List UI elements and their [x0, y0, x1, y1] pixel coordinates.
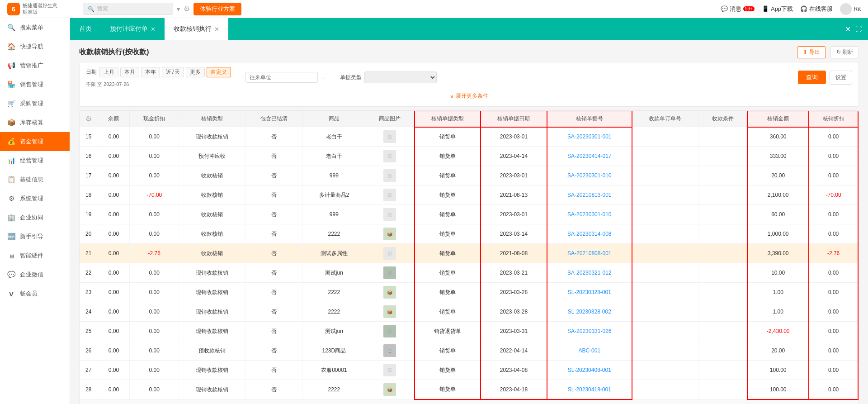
cell-write-off-type: 收款核销	[179, 166, 245, 185]
sidebar-item-sales[interactable]: 🏪 销售管理	[0, 75, 70, 94]
bill-no-link[interactable]: SA-20230331-026	[567, 328, 611, 334]
cell-id: 15	[80, 127, 98, 147]
source-unit-input[interactable]	[245, 72, 318, 83]
cell-id: 25	[80, 322, 98, 341]
query-btn[interactable]: 查询	[798, 71, 826, 84]
setting-btn[interactable]: 设置	[830, 71, 852, 85]
sidebar-item-marketing[interactable]: 📢 营销推广	[0, 56, 70, 75]
gear-icon[interactable]: ⚙	[84, 114, 93, 123]
cell-write-off-type: 预付冲应收	[179, 147, 245, 166]
guide-icon: 🆕	[7, 233, 15, 241]
bill-no-link[interactable]: SL-20230328-002	[568, 309, 611, 315]
operations-icon: 📊	[7, 157, 15, 165]
sidebar-item-inventory[interactable]: 📦 库存核算	[0, 113, 70, 132]
cell-balance: 0.00	[98, 302, 130, 322]
date-btn-this-year[interactable]: 本年	[141, 67, 160, 77]
cell-write-off-amount: 100.00	[747, 380, 809, 399]
cell-write-off-discount: 0.00	[809, 263, 858, 283]
sidebar-item-quick-nav[interactable]: 🏠 快捷导航	[0, 37, 70, 56]
sidebar-item-enterprise[interactable]: 🏢 企业协同	[0, 208, 70, 227]
tab-write-off[interactable]: 收款核销执行 ✕	[165, 18, 228, 40]
messages-item[interactable]: 💬 消息 99+	[721, 5, 755, 13]
sidebar-item-hardware[interactable]: 🖥 智能硬件	[0, 246, 70, 265]
sidebar-item-system[interactable]: ⚙ 系统管理	[0, 189, 70, 208]
cell-receipt-order-no	[632, 263, 698, 283]
cell-receipt-order-no	[632, 244, 698, 263]
date-btn-last-month[interactable]: 上月	[99, 67, 118, 77]
close-window-icon[interactable]: ✕	[845, 25, 851, 33]
date-btn-this-month[interactable]: 本月	[120, 67, 139, 77]
cell-receipt-condition	[698, 263, 747, 283]
sidebar-item-label: 企业协同	[20, 214, 43, 222]
sidebar-item-search-menu[interactable]: 🔍 搜索菜单	[0, 18, 70, 37]
sidebar-item-purchase[interactable]: 🛒 采购管理	[0, 94, 70, 113]
layout: 🔍 搜索菜单 🏠 快捷导航 📢 营销推广 🏪 销售管理 🛒 采购管理 📦 库存核…	[0, 18, 868, 404]
bill-no-link[interactable]: SA-20230301-010	[567, 211, 611, 218]
cell-write-off-discount: 0.00	[809, 147, 858, 166]
sidebar-item-operations[interactable]: 📊 经营管理	[0, 151, 70, 170]
tab-prepay[interactable]: 预付冲应付单 ✕	[101, 18, 165, 40]
cell-bill-no: SA-20230301-010	[547, 166, 632, 185]
sidebar-item-vip[interactable]: V 畅会员	[0, 284, 70, 303]
export-btn[interactable]: ⬆ 导出	[797, 46, 826, 58]
settings-icon[interactable]: ⚙	[184, 5, 190, 13]
cell-bill-date: 2023-03-28	[481, 283, 547, 302]
sidebar-item-label: 销售管理	[20, 81, 43, 89]
bill-no-link[interactable]: SL-20230328-001	[568, 289, 611, 295]
sidebar-item-finance[interactable]: 💰 资金管理	[0, 132, 70, 151]
bill-no-link[interactable]: SA-20230301-001	[567, 133, 611, 140]
cell-receipt-condition	[698, 302, 747, 322]
bill-no-link[interactable]: SL-20230408-001	[568, 367, 611, 373]
cell-product-img: 🖼	[365, 361, 415, 380]
cell-bill-type: 销货单	[415, 166, 481, 185]
search-box[interactable]: 🔍 搜索	[83, 3, 173, 15]
bill-type-select[interactable]	[364, 71, 437, 83]
mobile-icon: 📱	[762, 5, 769, 12]
cell-bill-type: 销货单	[415, 224, 481, 244]
cell-receipt-order-no	[632, 166, 698, 185]
maximize-window-icon[interactable]: ⛶	[855, 25, 862, 33]
cell-write-off-discount: 0.00	[809, 205, 858, 224]
footer-write-off-amount: 40,556,66…	[747, 399, 809, 404]
cell-receipt-condition	[698, 380, 747, 399]
bill-no-link[interactable]: SL-20230418-001	[568, 386, 611, 393]
top-actions: 💬 消息 99+ 📱 App下载 🎧 在线客服 Rit	[721, 3, 861, 15]
cell-bill-date: 2023-04-08	[481, 361, 547, 380]
cell-write-off-discount: 0.00	[809, 283, 858, 302]
date-filter-row: 日期 上月 本月 本年 近7天 更多 自定义	[86, 67, 231, 77]
tab2-label: 收款核销执行	[174, 25, 212, 33]
tab-home[interactable]: 首页	[70, 18, 101, 40]
bill-no-link[interactable]: SA-20230314-008	[567, 231, 611, 237]
bill-no-link[interactable]: SA-20230301-010	[567, 172, 611, 179]
footer-spacer	[80, 399, 747, 404]
cell-bill-no: SA-20230331-026	[547, 322, 632, 341]
sidebar-item-wechat[interactable]: 💬 企业微信	[0, 265, 70, 284]
refresh-btn[interactable]: ↻ 刷新	[830, 46, 859, 58]
user-item[interactable]: Rit	[840, 3, 861, 15]
industry-btn[interactable]: 体验行业方案	[193, 3, 241, 15]
bill-no-link[interactable]: SA-20210808-001	[567, 250, 611, 257]
sidebar-item-base-info[interactable]: 📋 基础信息	[0, 170, 70, 189]
cell-id: 21	[80, 244, 98, 263]
bill-no-link[interactable]: ABC-001	[578, 347, 600, 354]
bill-no-link[interactable]: SA-20230321-012	[567, 270, 611, 276]
sidebar-item-guide[interactable]: 🆕 新手引导	[0, 227, 70, 246]
table-row: 18 0.00 -70.00 收款核销 否 多计量商品2 🖼 销货单 2021-…	[80, 185, 858, 205]
cell-product-img: 📦	[365, 224, 415, 244]
date-btn-custom[interactable]: 自定义	[207, 67, 231, 77]
online-service-item[interactable]: 🎧 在线客服	[800, 5, 833, 13]
cell-write-off-discount: -2.76	[809, 244, 858, 263]
dropdown-icon[interactable]: ▾	[177, 5, 180, 13]
tab2-close-icon[interactable]: ✕	[214, 26, 219, 33]
bill-no-link[interactable]: SA-20230414-017	[567, 153, 611, 159]
date-btn-7days[interactable]: 近7天	[162, 67, 184, 77]
bill-no-link[interactable]: SA-20210813-001	[567, 192, 611, 198]
app-download-item[interactable]: 📱 App下载	[762, 5, 793, 13]
expand-more-btn[interactable]: ∨ 展开更多条件	[450, 92, 488, 100]
cell-write-off-amount: 60.00	[747, 205, 809, 224]
cell-included-settled: 否	[245, 244, 303, 263]
cell-receipt-condition	[698, 205, 747, 224]
date-btn-more[interactable]: 更多	[186, 67, 205, 77]
tab1-close-icon[interactable]: ✕	[151, 26, 156, 33]
cell-cash-discount: 0.00	[130, 341, 179, 361]
